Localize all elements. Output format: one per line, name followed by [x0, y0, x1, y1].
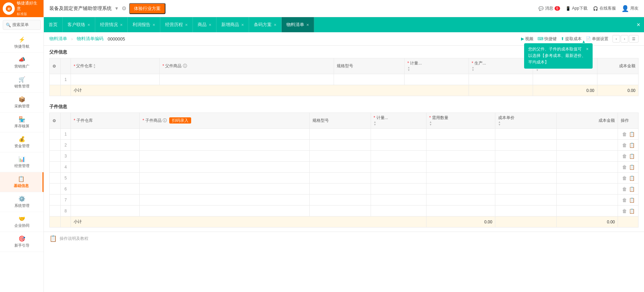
parent-col-settings[interactable]: ⚙ — [50, 58, 61, 74]
next-arrow[interactable]: › — [621, 35, 628, 43]
breadcrumb-list[interactable]: 物料清单 — [49, 36, 67, 42]
prev-arrow[interactable]: ‹ — [612, 35, 620, 43]
list-view[interactable]: ☰ — [629, 35, 639, 43]
sidebar-item-marketing[interactable]: 📣 营销推广 — [0, 53, 44, 73]
sidebar-item-sales[interactable]: 🛒 销售管理 — [0, 73, 44, 93]
sidebar-item-finance[interactable]: 💰 资金管理 — [0, 132, 44, 152]
child-row-unit[interactable] — [371, 195, 426, 206]
sidebar-item-enterprise[interactable]: 🤝 企业协同 — [0, 212, 44, 232]
copy-icon[interactable]: 📋 — [629, 131, 635, 137]
parent-row-goods[interactable] — [160, 74, 334, 85]
child-row-cost-amount[interactable] — [557, 184, 618, 195]
parent-row-cost[interactable] — [533, 74, 597, 85]
child-row-unit[interactable] — [371, 140, 426, 151]
message-button[interactable]: 💬 消息 6 — [538, 5, 560, 11]
child-row-unit[interactable] — [371, 151, 426, 162]
tab-profit[interactable]: 利润报告 ✕ — [128, 17, 160, 32]
tab-home[interactable]: 首页 — [44, 17, 63, 32]
child-row-unit-cost[interactable] — [495, 195, 557, 206]
child-row-unit-cost[interactable] — [495, 129, 557, 140]
sidebar-item-guide[interactable]: 🎯 新手引导 — [0, 232, 44, 252]
tab-new-goods[interactable]: 新增商品 ✕ — [216, 17, 249, 32]
delete-icon[interactable]: 🗑 — [621, 197, 628, 203]
sidebar-item-inventory[interactable]: 🏪 库存核算 — [0, 113, 44, 132]
tab-goods[interactable]: 商品 ✕ — [193, 17, 216, 32]
trial-button[interactable]: 体验行业方案 — [129, 3, 165, 14]
tab-bom[interactable]: 物料清单 ✕ — [282, 17, 314, 32]
copy-icon[interactable]: 📋 — [629, 208, 635, 214]
search-menu[interactable]: 🔍 搜索菜单 — [0, 17, 44, 33]
view-action[interactable]: ▶ 视频 — [521, 36, 533, 42]
child-row-cost-amount[interactable] — [557, 195, 618, 206]
child-row-goods[interactable] — [140, 184, 310, 195]
child-row-goods[interactable] — [140, 173, 310, 184]
tab-history[interactable]: 经营历程 ✕ — [160, 17, 193, 32]
child-row-unit-cost[interactable] — [495, 184, 557, 195]
child-row-warehouse[interactable] — [71, 129, 140, 140]
child-row-spec[interactable] — [309, 162, 371, 173]
child-row-goods[interactable] — [140, 195, 310, 206]
child-row-warehouse[interactable] — [71, 195, 140, 206]
child-col-settings[interactable]: ⚙ — [50, 113, 61, 129]
tab-customer[interactable]: 客户联络 ✕ — [63, 17, 95, 32]
child-row-spec[interactable] — [309, 140, 371, 151]
child-row-warehouse[interactable] — [71, 151, 140, 162]
child-row-quantity[interactable] — [426, 184, 495, 195]
child-row-unit-cost[interactable] — [495, 151, 557, 162]
child-row-cost-amount[interactable] — [557, 162, 618, 173]
child-row-spec[interactable] — [309, 129, 371, 140]
child-row-cost-amount[interactable] — [557, 206, 618, 217]
child-row-warehouse[interactable] — [71, 206, 140, 217]
child-row-unit[interactable] — [371, 173, 426, 184]
child-row-unit-cost[interactable] — [495, 162, 557, 173]
online-support-button[interactable]: 🎧 在线客服 — [593, 5, 616, 11]
child-row-spec[interactable] — [309, 151, 371, 162]
child-row-goods[interactable] — [140, 140, 310, 151]
tab-operations-close[interactable]: ✕ — [120, 23, 123, 27]
child-row-quantity[interactable] — [426, 206, 495, 217]
sidebar-item-basic-info[interactable]: 📋 基础信息 — [0, 172, 44, 192]
user-button[interactable]: 👤 用友 — [621, 5, 639, 12]
child-row-quantity[interactable] — [426, 140, 495, 151]
child-row-goods[interactable] — [140, 206, 310, 217]
child-row-spec[interactable] — [309, 206, 371, 217]
search-menu-button[interactable]: 🔍 搜索菜单 — [3, 20, 41, 30]
child-row-goods[interactable] — [140, 162, 310, 173]
copy-icon[interactable]: 📋 — [629, 164, 635, 170]
copy-icon[interactable]: 📋 — [629, 186, 635, 192]
child-row-warehouse[interactable] — [71, 140, 140, 151]
child-row-unit[interactable] — [371, 206, 426, 217]
child-row-quantity[interactable] — [426, 195, 495, 206]
child-row-warehouse[interactable] — [71, 184, 140, 195]
tab-barcode-close[interactable]: ✕ — [274, 23, 276, 27]
delete-icon[interactable]: 🗑 — [621, 175, 628, 181]
tooltip-close-button[interactable]: × — [586, 46, 589, 52]
sidebar-item-operation[interactable]: 📊 经营管理 — [0, 152, 44, 172]
copy-icon[interactable]: 📋 — [629, 197, 635, 203]
child-row-quantity[interactable] — [426, 129, 495, 140]
child-row-unit-cost[interactable] — [495, 140, 557, 151]
delete-icon[interactable]: 🗑 — [621, 142, 628, 148]
single-settings-action[interactable]: 📄 单据设置 — [586, 36, 608, 42]
sidebar-item-purchase[interactable]: 📦 采购管理 — [0, 93, 44, 113]
child-row-unit[interactable] — [371, 184, 426, 195]
delete-icon[interactable]: 🗑 — [621, 186, 628, 192]
tab-barcode[interactable]: 条码方案 ✕ — [249, 17, 282, 32]
delete-icon[interactable]: 🗑 — [621, 131, 628, 137]
parent-row-spec[interactable] — [334, 74, 405, 85]
copy-icon[interactable]: 📋 — [629, 142, 635, 148]
tab-operations[interactable]: 经营情况 ✕ — [95, 17, 128, 32]
delete-icon[interactable]: 🗑 — [621, 208, 628, 214]
child-row-quantity[interactable] — [426, 151, 495, 162]
app-download-button[interactable]: 📱 App下载 — [566, 5, 587, 11]
child-row-spec[interactable] — [309, 173, 371, 184]
close-all-tabs[interactable]: ✕ — [633, 22, 644, 27]
delete-icon[interactable]: 🗑 — [621, 153, 628, 159]
extract-cost-action[interactable]: ⬆ 提取成本 — [561, 36, 582, 42]
child-row-cost-amount[interactable] — [557, 140, 618, 151]
child-row-warehouse[interactable] — [71, 162, 140, 173]
settings-icon[interactable]: ⚙ — [122, 5, 126, 12]
parent-row-cost-amount[interactable] — [597, 74, 639, 85]
tab-customer-close[interactable]: ✕ — [87, 23, 90, 27]
child-row-spec[interactable] — [309, 195, 371, 206]
